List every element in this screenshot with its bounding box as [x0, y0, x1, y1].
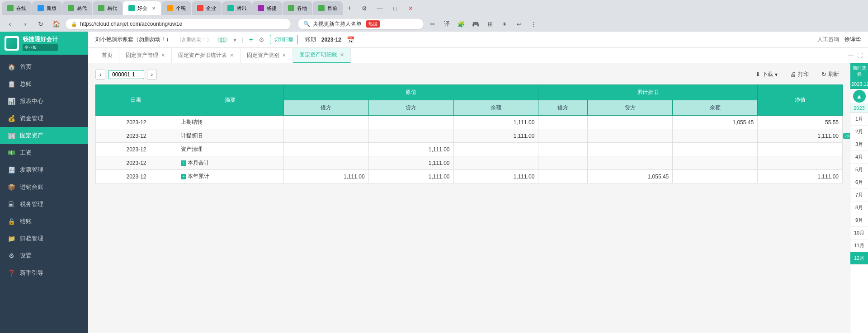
period-month-3[interactable]: 3月 [850, 138, 868, 151]
pagination-box: ‹ 000001 1 › [95, 70, 157, 80]
cell-yuanzhi-balance: 1,111.00 [453, 129, 538, 143]
browser-settings-icon[interactable]: ⚙ [358, 2, 371, 14]
sidebar-item-closing[interactable]: 🔒 结账 [0, 213, 88, 230]
next-page-button[interactable]: › [147, 70, 157, 80]
sidebar-item-report[interactable]: 📊 报表中心 [0, 93, 88, 110]
period-year-label-2023: 2023 [850, 103, 868, 113]
browser-tab-gedi[interactable]: 各地 [283, 1, 312, 15]
toolbar-actions: ⬇ 下载 ▾ 🖨 打印 ↻ 刷新 [752, 69, 843, 80]
service-button[interactable]: 人工咨询 [817, 36, 839, 43]
sidebar-item-funds[interactable]: 💰 资金管理 [0, 110, 88, 127]
cell-yuanzhi-credit: 1,111.00 [368, 156, 453, 170]
tab-title: 目前 [327, 5, 337, 12]
forward-button[interactable]: › [19, 18, 32, 30]
period-month-8[interactable]: 8月 [850, 202, 868, 214]
sidebar-item-fixed[interactable]: 🏢 固定资产 [0, 127, 88, 144]
sidebar-item-inventory[interactable]: 📦 进销台账 [0, 178, 88, 196]
tab-fixed-management[interactable]: 固定资产管理 ✕ [119, 48, 172, 63]
prev-page-button[interactable]: ‹ [95, 70, 105, 80]
switch-version-button[interactable]: 切到旧版 [270, 35, 298, 44]
cell-leiji-balance [673, 129, 758, 143]
period-month-5[interactable]: 5月 [850, 164, 868, 176]
browser-tab-geshui[interactable]: 个税 [161, 1, 191, 15]
window-minimize-icon[interactable]: — [373, 2, 386, 14]
period-scroll-up[interactable]: ▲ [853, 90, 866, 103]
period-selected-year[interactable]: 2023.12 [850, 80, 868, 89]
period-month-4[interactable]: 4月 [850, 151, 868, 164]
account-settings-icon[interactable]: ⚙ [259, 36, 264, 43]
sidebar-item-invoice[interactable]: 🧾 发票管理 [0, 161, 88, 178]
sidebar-item-salary[interactable]: 💵 工资 [0, 144, 88, 161]
download-button[interactable]: ⬇ 下载 ▾ [752, 69, 781, 80]
browser-tab-yidai2[interactable]: 易代 [93, 1, 123, 15]
sidebar-item-settings[interactable]: ⚙ 设置 [0, 247, 88, 264]
period-month-12[interactable]: 12月 [850, 252, 868, 265]
tab-depreciation-stats[interactable]: 固定资产折旧统计表 ✕ [172, 48, 241, 63]
browser-tab-muqian[interactable]: 目前 [313, 1, 343, 15]
col-yuanzhi-debit: 借方 [283, 100, 368, 116]
period-month-2[interactable]: 2月 [850, 126, 868, 138]
sidebar-item-tax[interactable]: 🏛 税务管理 [0, 196, 88, 213]
sidebar-item-archive[interactable]: 📁 归档管理 [0, 230, 88, 247]
url-input[interactable]: 🔒 https://cloud.chanjet.com/accounting/u… [65, 18, 291, 30]
browser-tab-haohui[interactable]: 好会 ✕ [123, 1, 161, 15]
new-tab-button[interactable]: + [343, 2, 356, 14]
tab-asset-category-label: 固定资产类别 [247, 52, 279, 59]
grid-icon[interactable]: ⊞ [484, 18, 496, 30]
tab-close-icon[interactable]: ✕ [152, 6, 156, 11]
tab-close-asset-category[interactable]: ✕ [282, 52, 286, 58]
tab-title: 新版 [47, 5, 57, 12]
browser-tab-qiye[interactable]: 企业 [192, 1, 222, 15]
back-button[interactable]: ‹ [4, 18, 16, 30]
period-month-10[interactable]: 10月 [850, 227, 868, 239]
reload-button[interactable]: ↻ [34, 18, 47, 30]
period-month-11[interactable]: 11月 [850, 239, 868, 252]
game-icon[interactable]: 🎮 [469, 18, 482, 30]
period-month-9[interactable]: 9月 [850, 214, 868, 227]
cell-leiji-debit [538, 170, 588, 183]
search-box[interactable]: 🔍 央视更新主持人名单 热搜 [297, 18, 424, 30]
extension-icon[interactable]: 🧩 [455, 18, 467, 30]
tab-close-fixed-management[interactable]: ✕ [161, 52, 165, 58]
sidebar-label-funds: 资金管理 [20, 114, 43, 122]
period-month-7[interactable]: 7月 [850, 189, 868, 202]
tab-close-asset-detail[interactable]: ✕ [340, 52, 344, 58]
refresh-button[interactable]: ↻ 刷新 [818, 69, 843, 80]
brightness-icon[interactable]: ☀ [498, 18, 511, 30]
undo-icon[interactable]: ↩ [513, 18, 525, 30]
browser-tab-changjie[interactable]: 畅捷 [252, 1, 282, 15]
home-button[interactable]: 🏠 [50, 18, 62, 30]
tab-asset-detail[interactable]: 固定资产明细账 ✕ [293, 48, 351, 63]
calendar-icon[interactable]: 📅 [347, 36, 354, 43]
sidebar-label-closing: 结账 [20, 217, 32, 225]
tab-title: 个税 [176, 5, 186, 12]
app-name: 畅捷通好会计 [23, 35, 58, 43]
account-dropdown-icon[interactable]: ▾ [233, 36, 236, 43]
page-number-index: 1 [132, 71, 135, 78]
period-month-6[interactable]: 6月 [850, 176, 868, 189]
add-account-icon[interactable]: + [249, 36, 253, 44]
maximize-panel-icon[interactable]: ⛶ [857, 52, 863, 59]
print-button[interactable]: 🖨 打印 [787, 69, 812, 80]
minimize-panel-icon[interactable]: — [848, 52, 854, 59]
window-close-icon[interactable]: ✕ [404, 2, 417, 14]
sidebar-item-ledger[interactable]: 📋 总账 [0, 75, 88, 93]
tab-asset-category[interactable]: 固定资产类别 ✕ [241, 48, 293, 63]
col-date: 日期 [96, 85, 177, 116]
translate-icon[interactable]: 译 [440, 18, 453, 30]
browser-tab-new[interactable]: 新版 [32, 1, 62, 15]
tab-home[interactable]: 首页 [95, 48, 119, 63]
print-icon: 🖨 [790, 71, 796, 78]
period-month-1[interactable]: 1月 [850, 113, 868, 126]
cell-yuanzhi-debit [283, 143, 368, 156]
window-maximize-icon[interactable]: □ [389, 2, 401, 14]
browser-tab-yidai1[interactable]: 易代 [62, 1, 92, 15]
sidebar-item-guide[interactable]: ❓ 新手引导 [0, 264, 88, 281]
more-icon[interactable]: ⋮ [527, 18, 540, 30]
browser-tab-online[interactable]: 在线 [2, 1, 32, 15]
browser-tab-tengxun[interactable]: 腾讯 [222, 1, 252, 15]
scissors-icon[interactable]: ✂ [426, 18, 439, 30]
tab-close-depreciation-stats[interactable]: ✕ [230, 52, 234, 58]
sidebar-label-salary: 工资 [20, 149, 32, 157]
sidebar-item-home[interactable]: 🏠 首页 [0, 58, 88, 75]
